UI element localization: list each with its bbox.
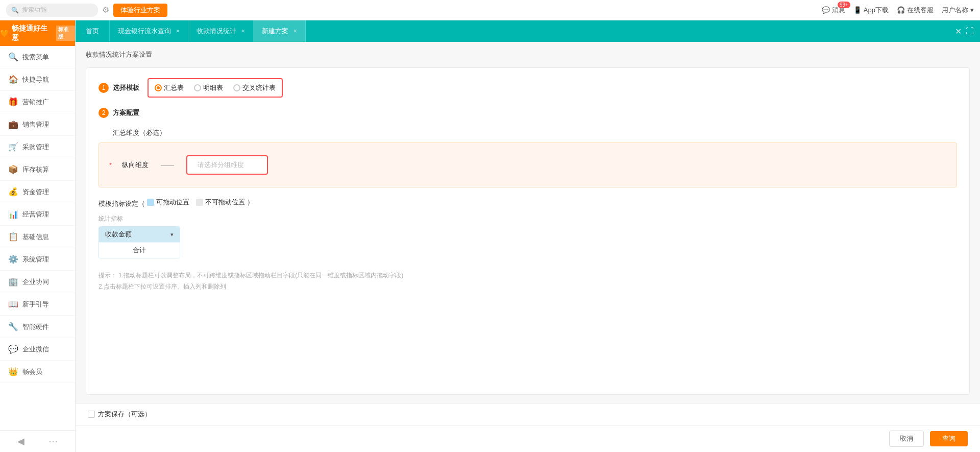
step2-row: 2 方案配置 <box>99 108 957 118</box>
radio-detail[interactable]: 明细表 <box>194 83 223 92</box>
sidebar-bottom: ◀ ⋯ <box>0 430 75 452</box>
tab-collection-label: 收款情况统计 <box>197 27 236 36</box>
radio-cross-dot <box>233 84 240 91</box>
sidebar-item-label: 采购管理 <box>22 142 49 152</box>
metrics-title-row: 模板指标设定（ 可拖动位置 不可拖动位置 ） <box>99 198 957 208</box>
sidebar-logo: 🧡 畅捷通好生意 标准版 <box>0 20 75 46</box>
metrics-legend-draggable: 可拖动位置 <box>147 198 189 207</box>
metrics-section: 模板指标设定（ 可拖动位置 不可拖动位置 ） <box>99 198 957 260</box>
sidebar-item-system[interactable]: ⚙️ 系统管理 <box>0 248 75 271</box>
logo-badge: 标准版 <box>56 26 75 41</box>
metrics-header-label: 收款金额 <box>105 230 132 239</box>
dimension-arrow: —— <box>161 161 174 169</box>
metrics-title-text: 模板指标设定（ <box>99 200 145 207</box>
sidebar-item-label: 搜索菜单 <box>22 53 49 62</box>
query-button[interactable]: 查询 <box>930 431 968 446</box>
draggable-legend-box <box>147 199 154 206</box>
step1-badge: 1 <box>99 83 109 93</box>
tool-icon: 🔧 <box>8 322 18 331</box>
sidebar-item-hardware[interactable]: 🔧 智能硬件 <box>0 316 75 338</box>
tab-collection-close[interactable]: × <box>241 28 245 35</box>
box-icon: 📦 <box>8 164 18 174</box>
sidebar-item-sales[interactable]: 💼 销售管理 <box>0 113 75 136</box>
tab-new-plan-label: 新建方案 <box>262 27 288 36</box>
save-checkbox[interactable] <box>88 411 95 418</box>
search-menu-icon: 🔍 <box>8 52 18 62</box>
sidebar-item-basic[interactable]: 📋 基础信息 <box>0 226 75 248</box>
header-left: 🔍 搜索功能 ⚙ 体验行业方案 <box>6 4 167 17</box>
radio-detail-dot <box>194 84 201 91</box>
metrics-category-label: 统计指标 <box>99 215 957 223</box>
gear-icon[interactable]: ⚙ <box>102 5 109 15</box>
cancel-button[interactable]: 取消 <box>889 431 924 447</box>
radio-summary-dot <box>155 84 162 91</box>
sidebar-item-label: 经营管理 <box>22 210 49 219</box>
list-icon: 📋 <box>8 232 18 242</box>
user-name: 用户名称 <box>942 6 968 15</box>
book-icon: 📖 <box>8 299 18 309</box>
tab-collection[interactable]: 收款情况统计 × <box>188 20 254 42</box>
sidebar-item-label: 库存核算 <box>22 165 49 174</box>
dimension-area: * 纵向维度 —— 请选择分组维度 <box>99 142 957 187</box>
metrics-title: 模板指标设定（ 可拖动位置 不可拖动位置 ） <box>99 198 254 208</box>
sidebar-item-search[interactable]: 🔍 搜索菜单 <box>0 46 75 68</box>
trial-button[interactable]: 体验行业方案 <box>113 4 167 17</box>
sidebar-item-enterprise[interactable]: 🏢 企业协同 <box>0 271 75 293</box>
sidebar-item-marketing[interactable]: 🎁 营销推广 <box>0 91 75 113</box>
sidebar-item-inventory[interactable]: 📦 库存核算 <box>0 158 75 181</box>
search-placeholder: 搜索功能 <box>22 6 46 14</box>
tab-bank[interactable]: 现金银行流水查询 × <box>110 20 188 42</box>
sidebar-item-guide[interactable]: 📖 新手引导 <box>0 293 75 316</box>
footer-bar: 取消 查询 <box>76 425 980 452</box>
search-bar[interactable]: 🔍 搜索功能 <box>6 4 98 17</box>
sidebar-item-nav[interactable]: 🏠 快捷导航 <box>0 68 75 91</box>
logo-icon: 🧡 <box>0 29 9 37</box>
sidebar: 🧡 畅捷通好生意 标准版 🔍 搜索菜单 🏠 快捷导航 🎁 营销推广 💼 销售管理 <box>0 20 76 452</box>
sidebar-item-finance[interactable]: 💰 资金管理 <box>0 181 75 203</box>
save-option-row[interactable]: 方案保存（可选） <box>88 410 151 419</box>
tab-bank-close[interactable]: × <box>176 28 180 35</box>
sidebar-item-wechat[interactable]: 💬 企业微信 <box>0 338 75 361</box>
close-window-icon[interactable]: ✕ <box>955 27 962 36</box>
tips-section: 提示： 1.拖动标题栏可以调整布局，不可跨维度或指标区域拖动栏目字段(只能在同一… <box>99 270 957 292</box>
sidebar-item-label: 企业协同 <box>22 277 49 287</box>
radio-cross[interactable]: 交叉统计表 <box>233 83 276 92</box>
breadcrumb: 收款情况统计方案设置 <box>86 50 970 59</box>
metrics-table-header: 收款金额 ▾ <box>99 227 180 242</box>
main-layout: 🧡 畅捷通好生意 标准版 🔍 搜索菜单 🏠 快捷导航 🎁 营销推广 💼 销售管理 <box>0 20 980 452</box>
dimension-select[interactable]: 请选择分组维度 <box>186 155 268 175</box>
tab-bar-actions: ✕ ⛶ <box>955 27 980 36</box>
sidebar-item-label: 资金管理 <box>22 187 49 197</box>
metrics-legend-non-draggable: 不可拖动位置 ） <box>196 198 254 207</box>
tab-home[interactable]: 首页 <box>76 20 110 42</box>
service-label: 在线客服 <box>907 6 934 15</box>
download-label: App下载 <box>864 6 889 15</box>
header-right: 💬 消息 99+ 📱 App下载 🎧 在线客服 用户名称 ▾ <box>822 6 974 15</box>
sidebar-item-operation[interactable]: 📊 经营管理 <box>0 203 75 226</box>
sidebar-item-label: 畅会员 <box>22 367 42 376</box>
notification-item[interactable]: 💬 消息 99+ <box>822 6 845 15</box>
service-item[interactable]: 🎧 在线客服 <box>897 6 934 15</box>
bottom-option-bar: 方案保存（可选） <box>76 403 980 425</box>
tab-new-plan[interactable]: 新建方案 × <box>254 20 306 42</box>
home-icon: 🏠 <box>8 75 18 84</box>
tab-bank-label: 现金银行流水查询 <box>118 27 171 36</box>
download-icon: 📱 <box>853 6 862 14</box>
tab-bar: 首页 现金银行流水查询 × 收款情况统计 × 新建方案 × ✕ ⛶ <box>76 20 980 42</box>
tab-new-plan-close[interactable]: × <box>293 28 297 35</box>
sidebar-item-member[interactable]: 👑 畅会员 <box>0 361 75 383</box>
radio-detail-label: 明细表 <box>203 83 223 92</box>
download-item[interactable]: 📱 App下载 <box>853 6 889 15</box>
radio-summary[interactable]: 汇总表 <box>155 83 184 92</box>
sidebar-item-label: 基础信息 <box>22 232 49 242</box>
maximize-icon[interactable]: ⛶ <box>966 27 974 36</box>
user-item[interactable]: 用户名称 ▾ <box>942 6 974 15</box>
config-section: 1 选择模板 汇总表 明细表 交叉统计表 <box>86 67 970 395</box>
radio-summary-label: 汇总表 <box>164 83 184 92</box>
logo-text: 畅捷通好生意 <box>12 24 53 42</box>
expand-icon[interactable]: ◀ <box>17 436 24 447</box>
metrics-dropdown-icon[interactable]: ▾ <box>170 231 174 238</box>
sidebar-item-purchase[interactable]: 🛒 采购管理 <box>0 136 75 158</box>
more-icon[interactable]: ⋯ <box>48 436 58 447</box>
template-select-box: 汇总表 明细表 交叉统计表 <box>148 78 283 98</box>
